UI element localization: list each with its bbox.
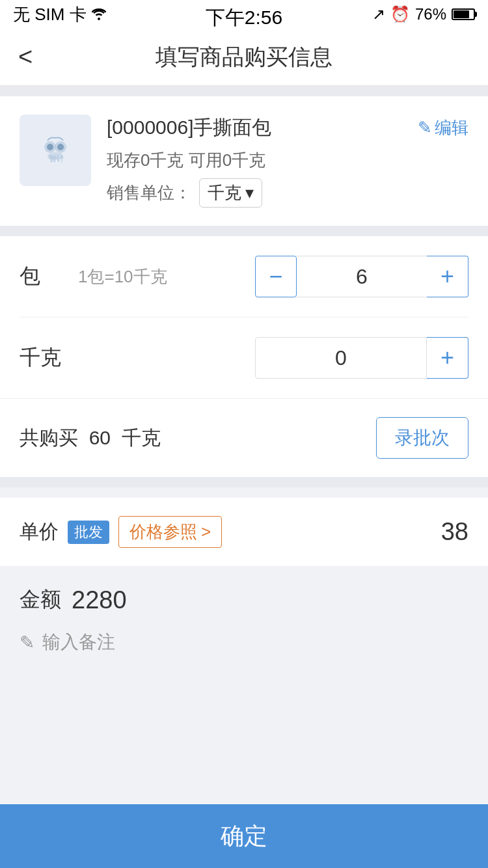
unit-select[interactable]: 千克 ▾: [199, 178, 262, 208]
amount-row: 金额 2280: [20, 586, 468, 614]
batch-button[interactable]: 录批次: [376, 417, 468, 459]
remark-text: 输入备注: [42, 630, 115, 655]
status-bar: 无 SIM 卡 下午2:56 ↗ ⏰ 76%: [0, 0, 488, 29]
edit-label: 编辑: [435, 116, 468, 139]
page-title: 填写商品购买信息: [156, 42, 332, 72]
status-time: 下午2:56: [206, 5, 282, 31]
unit-value: 千克: [208, 182, 241, 204]
product-unit-row: 销售单位： 千克 ▾: [107, 178, 468, 208]
nav-bar: < 填写商品购买信息: [0, 29, 488, 86]
section-divider-1: [0, 86, 488, 96]
svg-text:智计: 智计: [49, 154, 64, 163]
section-divider-3: [0, 477, 488, 487]
product-info: [0000006]手撕面包 ✎ 编辑 现存0千克 可用0千克 销售单位： 千克 …: [107, 115, 468, 208]
wifi-icon: [92, 5, 106, 25]
product-thumbnail: 智计: [20, 115, 91, 186]
battery-icon: [452, 8, 475, 20]
status-left: 无 SIM 卡: [13, 3, 106, 26]
price-ref-arrow: >: [201, 522, 211, 542]
bag-qty-input[interactable]: [297, 256, 427, 297]
bag-minus-button[interactable]: −: [255, 256, 297, 297]
confirm-button[interactable]: 确定: [0, 804, 488, 868]
location-icon: ↗: [372, 5, 385, 23]
product-name: [0000006]手撕面包: [107, 115, 271, 141]
svg-point-2: [47, 144, 53, 150]
price-section: 单价 批发 价格参照 > 38: [0, 498, 488, 566]
total-unit: 千克: [122, 427, 161, 448]
amount-label: 金额: [20, 586, 61, 614]
bag-qty-row: 包 1包=10千克 − +: [20, 236, 468, 318]
edit-button[interactable]: ✎ 编辑: [418, 116, 468, 139]
quantity-section: 包 1包=10千克 − + 千克 +: [0, 236, 488, 398]
kg-qty-row: 千克 +: [20, 318, 468, 398]
carrier-text: 无 SIM 卡: [13, 3, 87, 26]
bag-label: 包: [20, 262, 72, 291]
total-amount: 60: [89, 427, 111, 448]
bottom-spacer: [0, 696, 488, 774]
amount-section: 金额 2280 ✎ 输入备注: [0, 566, 488, 696]
remark-row[interactable]: ✎ 输入备注: [20, 630, 468, 655]
bag-qty-control: − +: [255, 256, 468, 297]
amount-value: 2280: [72, 586, 127, 614]
price-ref-button[interactable]: 价格参照 >: [118, 516, 222, 548]
alarm-icon: ⏰: [390, 5, 410, 23]
back-button[interactable]: <: [18, 43, 33, 71]
bag-hint: 1包=10千克: [78, 265, 255, 288]
kg-qty-control: +: [255, 337, 468, 379]
remark-icon: ✎: [20, 632, 34, 653]
status-right: ↗ ⏰ 76%: [372, 5, 475, 23]
total-label: 共购买: [20, 427, 78, 448]
total-text: 共购买 60 千克: [20, 425, 161, 452]
product-logo: 智计: [36, 131, 75, 170]
price-tag: 批发: [68, 521, 109, 544]
price-label: 单价: [20, 519, 59, 545]
total-section: 共购买 60 千克 录批次: [0, 398, 488, 477]
price-label-row: 单价 批发 价格参照 >: [20, 516, 222, 548]
price-ref-label: 价格参照: [129, 521, 197, 543]
kg-qty-input[interactable]: [255, 337, 427, 379]
price-value: 38: [441, 518, 468, 546]
unit-label: 销售单位：: [107, 182, 191, 204]
product-card: 智计 [0000006]手撕面包 ✎ 编辑 现存0千克 可用0千克 销售单位： …: [0, 96, 488, 226]
product-stock: 现存0千克 可用0千克: [107, 149, 468, 172]
edit-icon: ✎: [418, 118, 432, 138]
kg-label: 千克: [20, 344, 255, 372]
battery-percent: 76%: [415, 5, 446, 23]
kg-plus-button[interactable]: +: [427, 337, 468, 379]
unit-dropdown-icon: ▾: [245, 183, 254, 203]
svg-point-3: [57, 144, 64, 150]
bag-plus-button[interactable]: +: [427, 256, 468, 297]
section-divider-2: [0, 226, 488, 236]
